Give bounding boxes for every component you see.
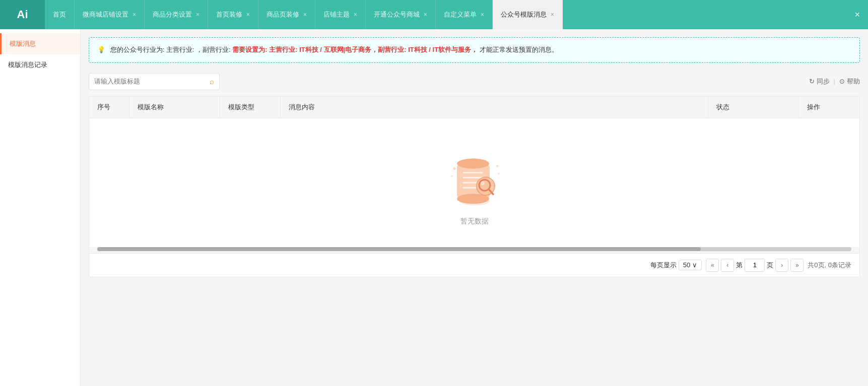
notice-highlight: 需要设置为: 主营行业: IT科技 / 互联网|电子商务，副营行业: IT科技 … <box>232 46 478 53</box>
help-button[interactable]: ⊙ 帮助 <box>839 77 860 86</box>
prev-page-button[interactable]: ‹ <box>721 259 734 272</box>
nav-tab-close[interactable]: × <box>481 11 484 18</box>
nav-tab-home[interactable]: 首页 <box>45 0 75 29</box>
col-type: 模版类型 <box>220 97 281 118</box>
last-page-button[interactable]: » <box>790 259 804 272</box>
nav-tab-home-decor[interactable]: 首页装修× <box>208 0 258 29</box>
svg-point-14 <box>496 165 498 167</box>
sidebar-item-template-record[interactable]: 模版消息记录 <box>0 54 80 75</box>
nav-tab-close[interactable]: × <box>303 11 307 18</box>
nav-tab-shop-theme[interactable]: 店铺主题× <box>315 0 366 29</box>
page-size-select: 每页显示 50 ∨ <box>650 260 702 270</box>
svg-point-2 <box>457 159 489 169</box>
col-action: 操作 <box>799 97 859 118</box>
notice-icon: 💡 <box>97 46 105 53</box>
nav-tab-label: 微商城店铺设置 <box>83 10 128 19</box>
nav-tab-product-category[interactable]: 商品分类设置× <box>145 0 208 29</box>
svg-point-12 <box>453 167 456 170</box>
col-status: 状态 <box>708 97 799 118</box>
nav-tab-close[interactable]: × <box>354 11 357 18</box>
page-size-value: 50 <box>683 261 690 269</box>
nav-tab-label: 自定义菜单 <box>444 10 477 19</box>
search-input-wrap: ⌕ <box>89 73 220 90</box>
nav-tab-custom-menu[interactable]: 自定义菜单× <box>436 0 493 29</box>
nav-tab-close[interactable]: × <box>551 11 554 18</box>
scrollbar-area[interactable] <box>89 247 859 253</box>
col-content: 消息内容 <box>281 97 708 118</box>
logo: Ai <box>0 0 45 29</box>
total-info: 共0页, 0条记录 <box>808 261 851 270</box>
sidebar-item-template-message[interactable]: 模版消息 <box>0 33 80 54</box>
sync-button[interactable]: ↻ 同步 <box>809 77 830 86</box>
empty-illustration <box>444 148 505 209</box>
svg-point-13 <box>451 175 453 177</box>
nav-tab-label: 首页装修 <box>216 10 242 19</box>
nav-tab-label: 商品页装修 <box>266 10 299 19</box>
nav-tab-template-msg[interactable]: 公众号模版消息× <box>493 0 563 29</box>
divider: | <box>834 78 835 85</box>
nav-tab-close[interactable]: × <box>246 11 250 18</box>
scrollbar-thumb <box>97 247 701 251</box>
main-content: 💡 您的公众号行业为: 主营行业: ，副营行业: 需要设置为: 主营行业: IT… <box>81 29 868 386</box>
close-all-button[interactable]: × <box>846 10 868 20</box>
scrollbar-track <box>97 247 851 251</box>
toolbar-right: ↻ 同步 | ⊙ 帮助 <box>809 77 860 86</box>
col-index: 序号 <box>89 97 129 118</box>
notice-prefix: 您的公众号行业为: 主营行业: ，副营行业: <box>110 46 231 53</box>
empty-state: 暂无数据 <box>89 118 859 246</box>
nav-tabs: 首页微商城店铺设置×商品分类设置×首页装修×商品页装修×店铺主题×开通公众号商城… <box>45 0 846 29</box>
notice-box: 💡 您的公众号行业为: 主营行业: ，副营行业: 需要设置为: 主营行业: IT… <box>89 37 860 63</box>
search-input[interactable] <box>94 78 210 85</box>
pagination: 每页显示 50 ∨ « ‹ 第 页 <box>89 253 859 277</box>
nav-tab-open-mall[interactable]: 开通公众号商城× <box>366 0 436 29</box>
table-header: 序号 模版名称 模版类型 消息内容 状态 操作 <box>89 97 859 118</box>
col-name: 模版名称 <box>129 97 220 118</box>
page-size-label: 每页显示 <box>650 261 677 270</box>
nav-tab-label: 开通公众号商城 <box>374 10 420 19</box>
nav-tab-product-page[interactable]: 商品页装修× <box>258 0 315 29</box>
nav-tab-label: 店铺主题 <box>323 10 350 19</box>
chevron-down-icon: ∨ <box>692 261 697 269</box>
next-page-button[interactable]: › <box>775 259 788 272</box>
svg-point-11 <box>481 181 485 185</box>
page-layout: 模版消息 模版消息记录 💡 您的公众号行业为: 主营行业: ，副营行业: 需要设… <box>0 29 868 386</box>
help-icon: ⊙ <box>839 78 845 85</box>
nav-tab-wshop-settings[interactable]: 微商城店铺设置× <box>75 0 145 29</box>
page-input-group: 第 页 <box>736 259 773 272</box>
nav-tab-close[interactable]: × <box>424 11 427 18</box>
top-nav: Ai 首页微商城店铺设置×商品分类设置×首页装修×商品页装修×店铺主题×开通公众… <box>0 0 868 29</box>
page-size-dropdown[interactable]: 50 ∨ <box>679 260 702 270</box>
nav-tab-label: 商品分类设置 <box>153 10 192 19</box>
first-page-button[interactable]: « <box>706 259 719 272</box>
page-number-input[interactable] <box>745 259 765 272</box>
nav-tab-close[interactable]: × <box>132 11 136 18</box>
svg-point-15 <box>498 173 500 175</box>
page-nav: « ‹ 第 页 › » <box>706 259 804 272</box>
nav-tab-label: 首页 <box>53 10 66 19</box>
table-wrap: 序号 模版名称 模版类型 消息内容 状态 操作 <box>89 96 860 277</box>
nav-tab-label: 公众号模版消息 <box>501 10 547 19</box>
sidebar: 模版消息 模版消息记录 <box>0 29 81 386</box>
sync-icon: ↻ <box>809 78 815 85</box>
empty-text: 暂无数据 <box>460 217 489 226</box>
search-bar: ⌕ ↻ 同步 | ⊙ 帮助 <box>89 73 860 90</box>
nav-tab-close[interactable]: × <box>196 11 199 18</box>
search-icon[interactable]: ⌕ <box>210 77 214 86</box>
notice-suffix: 才能正常发送预置的消息。 <box>480 46 558 53</box>
